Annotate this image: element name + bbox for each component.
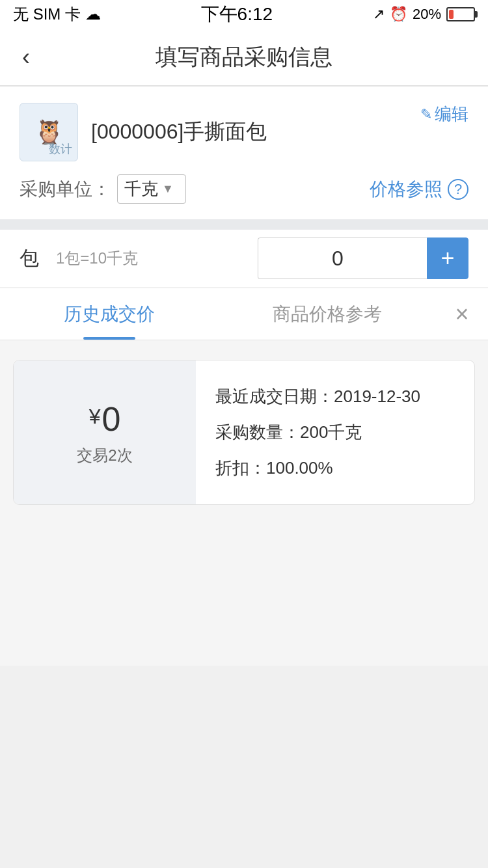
product-section: 🦉 数计 [0000006]手撕面包 ✎ 编辑 采购单位： 千克 ▼ 价格参照 … — [0, 87, 488, 219]
quantity-input-area: + — [151, 237, 468, 279]
battery-percent: 20% — [413, 6, 441, 23]
quantity-unit: 包 — [20, 245, 39, 272]
battery-icon — [446, 7, 475, 21]
tab-history-price[interactable]: 历史成交价 — [0, 288, 218, 340]
tab-close-button[interactable]: × — [436, 288, 488, 340]
quantity-input[interactable] — [258, 237, 427, 279]
sim-wifi-label: 无 SIM 卡 ☁ — [13, 4, 101, 25]
product-thumbnail: 🦉 数计 — [20, 103, 78, 161]
price-card-left: ¥ 0 交易2次 — [14, 360, 196, 504]
currency-symbol: ¥ — [89, 405, 101, 429]
alarm-icon: ⏰ — [390, 6, 407, 23]
location-icon: ↗ — [373, 6, 385, 23]
help-icon: ? — [454, 181, 462, 198]
edit-label: 编辑 — [435, 103, 468, 126]
tab-product-price-ref[interactable]: 商品价格参考 — [218, 288, 436, 340]
status-time: 下午6:12 — [201, 2, 273, 27]
status-right: ↗ ⏰ 20% — [373, 6, 475, 23]
price-ref-label: 价格参照 — [370, 177, 442, 202]
back-button[interactable]: ‹ — [0, 29, 52, 86]
tab-active-indicator — [83, 337, 135, 340]
discount-row: 折扣：100.00% — [215, 455, 455, 481]
unit-label-text: 采购单位： — [20, 177, 111, 202]
unit-label: 采购单位： 千克 ▼ — [20, 174, 186, 204]
product-name: [0000006]手撕面包 — [91, 118, 267, 146]
quantity-conversion: 1包=10千克 — [56, 248, 138, 269]
product-logo-label: 数计 — [49, 141, 72, 157]
price-amount-value: 0 — [102, 400, 120, 439]
price-reference-button[interactable]: 价格参照 ? — [370, 177, 468, 202]
battery-fill — [449, 10, 454, 19]
product-info: 🦉 数计 [0000006]手撕面包 — [20, 103, 267, 161]
unit-value: 千克 — [124, 178, 158, 200]
price-ref-help-icon: ? — [448, 179, 468, 200]
product-meta: 采购单位： 千克 ▼ 价格参照 ? — [20, 174, 468, 204]
quantity-row: 包 1包=10千克 + — [0, 230, 488, 287]
price-card: ¥ 0 交易2次 最近成交日期：2019-12-30 采购数量：200千克 折扣… — [13, 360, 475, 505]
plus-icon: + — [441, 245, 454, 272]
unit-dropdown-icon: ▼ — [162, 182, 174, 196]
nav-bar: ‹ 填写商品采购信息 — [0, 29, 488, 86]
back-arrow-icon: ‹ — [22, 44, 30, 71]
price-amount: ¥ 0 — [89, 400, 121, 439]
section-divider — [0, 219, 488, 230]
edit-icon: ✎ — [420, 106, 432, 123]
tab-product-price-ref-label: 商品价格参考 — [273, 302, 382, 327]
price-card-right: 最近成交日期：2019-12-30 采购数量：200千克 折扣：100.00% — [196, 360, 474, 504]
status-bar: 无 SIM 卡 ☁ 下午6:12 ↗ ⏰ 20% — [0, 0, 488, 29]
tab-history-price-label: 历史成交价 — [64, 302, 155, 327]
recent-date-row: 最近成交日期：2019-12-30 — [215, 384, 455, 409]
page-title: 填写商品采购信息 — [156, 42, 332, 72]
unit-select[interactable]: 千克 ▼ — [117, 174, 186, 204]
status-left: 无 SIM 卡 ☁ — [13, 4, 101, 25]
trade-count: 交易2次 — [77, 445, 132, 466]
quantity-increment-button[interactable]: + — [427, 237, 468, 279]
purchase-qty-row: 采购数量：200千克 — [215, 420, 455, 445]
cards-area: ¥ 0 交易2次 最近成交日期：2019-12-30 采购数量：200千克 折扣… — [0, 340, 488, 666]
product-header: 🦉 数计 [0000006]手撕面包 ✎ 编辑 — [20, 103, 468, 161]
tab-bar: 历史成交价 商品价格参考 × — [0, 288, 488, 340]
close-icon: × — [455, 301, 468, 328]
edit-button[interactable]: ✎ 编辑 — [420, 103, 468, 126]
